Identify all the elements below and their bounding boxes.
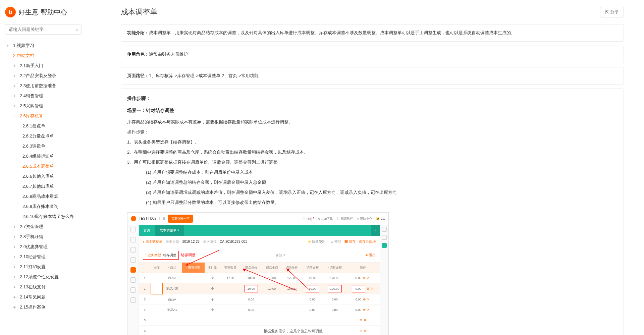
nav-2-6[interactable]: −2.6库存核算 — [5, 111, 82, 121]
nav-icon — [130, 297, 136, 303]
nav-2-6-10[interactable]: 2.6.10库存账本错了怎么办 — [5, 212, 82, 222]
sidebar: b 好生意 帮助中心 ⌕ +1.视频学习 −2.帮助文档 +2.1新手入门 +2… — [0, 0, 87, 335]
plus-icon: + — [12, 254, 17, 260]
nav-2-10[interactable]: +2.10经营管理 — [5, 252, 82, 262]
embedded-screenshot: TEST-H002 | ⊞ 我要体验一下 ☰ 消息● ⊕ App下载 ▷ 视频教… — [127, 212, 389, 335]
nav-icon — [130, 257, 136, 263]
nav-icon — [130, 247, 136, 253]
logo-icon: b — [5, 7, 16, 17]
plus-icon: + — [12, 83, 17, 89]
nav-2-7[interactable]: +2.7资金管理 — [5, 222, 82, 232]
plus-icon: + — [12, 73, 17, 78]
nav-2-6-9[interactable]: 2.6.9库存账本查询 — [5, 202, 82, 212]
search-icon[interactable]: ⌕ — [76, 27, 78, 32]
se-table: 仓库 * 商品 * 调整类型 主计量 调整数量 调后单价 调后金额 调前单价 调… — [139, 263, 380, 335]
nav-2-1[interactable]: +2.1新手入门 — [5, 61, 82, 71]
plus-icon: + — [5, 43, 10, 48]
nav-video[interactable]: +1.视频学习 — [5, 41, 82, 51]
table-row: 4商品A1 个 0.00 0.000.00 0.00 ⊕✕ — [139, 305, 380, 315]
nav-2-6-1[interactable]: 2.6.1盘点单 — [5, 121, 82, 131]
biztype-redbox: * 业务类型 结存调整 — [143, 251, 179, 260]
nav-2-9[interactable]: +2.9优惠券管理 — [5, 242, 82, 252]
nav-2-6-4[interactable]: 2.6.4组装拆卸单 — [5, 151, 82, 161]
plus-icon: + — [12, 244, 17, 249]
steps-box: 操作步骤： 场景一：针对结存调整 库存商品的结存成本与实际成本有差异，需要根据结… — [121, 89, 624, 335]
home-icon — [130, 227, 136, 232]
table-row-highlight: 2 商品A 黑个 10.00 10.00 100.00 10.00 100.00… — [139, 283, 380, 294]
nav-2-4[interactable]: +2.4销售管理 — [5, 91, 82, 101]
tool-icon — [382, 235, 387, 240]
tool-icon — [382, 227, 387, 232]
nav-2-13[interactable]: +2.13在线支付 — [5, 282, 82, 292]
nav-2-14[interactable]: +2.14常见问题 — [5, 292, 82, 302]
plus-icon: + — [12, 304, 17, 310]
search-box: ⌕ — [5, 24, 82, 35]
nav-2-6-2[interactable]: 2.6.2分量盘点单 — [5, 131, 82, 141]
plus-icon: + — [12, 234, 17, 239]
se-logo-icon — [131, 216, 136, 221]
nav-icon — [130, 277, 136, 283]
nav-icon — [130, 287, 136, 293]
plus-icon: + — [12, 264, 17, 270]
nav-2-6-8[interactable]: 2.6.8商品成本重算 — [5, 191, 82, 202]
nav-2-6-6[interactable]: 2.6.6其他入库单 — [5, 171, 82, 181]
share-button[interactable]: ⇱分享 — [600, 7, 624, 17]
nav-2-3[interactable]: +2.3使用前数据准备 — [5, 81, 82, 91]
plus-icon: + — [12, 224, 17, 229]
nav-2-11[interactable]: +2.11打印设置 — [5, 262, 82, 272]
intro-path-box: 页面路径：1、库存核算->库存管理->成本调整单 2、首页->常用功能 — [121, 67, 624, 85]
plus-icon: + — [12, 274, 17, 280]
main-content: 成本调整单 ⇱分享 功能介绍：成本调整单，用来实现对商品结存成本的调整，以及针对… — [87, 0, 644, 335]
share-icon: ⇱ — [605, 10, 609, 15]
nav-2-2[interactable]: +2.2产品安装及登录 — [5, 71, 82, 81]
nav-2-12[interactable]: +2.12系统个性化设置 — [5, 272, 82, 282]
plus-icon: + — [12, 294, 17, 300]
nav-icon — [130, 237, 136, 242]
intro-role-box: 使用角色：通常由财务人员维护 — [121, 46, 624, 63]
intro-func-box: 功能介绍：成本调整单，用来实现对商品结存成本的调整，以及针对具体的出入库单进行成… — [121, 24, 624, 42]
se-rightnav — [380, 225, 388, 335]
plus-icon: + — [12, 63, 17, 68]
page-title: 成本调整单 — [121, 7, 158, 17]
se-leftnav — [127, 225, 139, 335]
nav-icon-active — [130, 267, 136, 273]
nav-2-15[interactable]: +2.15操作案例 — [5, 302, 82, 312]
nav-2-6-7[interactable]: 2.6.7其他出库单 — [5, 181, 82, 191]
nav-2-6-3[interactable]: 2.6.3调拨单 — [5, 141, 82, 151]
se-tabs: 首页 成本调整单 × × — [139, 225, 380, 236]
minus-icon: − — [5, 53, 10, 58]
plus-icon: + — [12, 103, 17, 109]
table-row: 1商品A 个17.00 10.0010.00 170.0010.00 170.0… — [139, 273, 380, 283]
se-trial-btn: 我要体验一下 — [168, 215, 193, 223]
nav-2-8[interactable]: +2.8手机旺铺 — [5, 232, 82, 242]
logo-text: 好生意 帮助中心 — [18, 8, 67, 17]
tool-icon-active — [382, 243, 387, 248]
nav-docs[interactable]: −2.帮助文档 — [5, 51, 82, 61]
nav-2-6-5-current[interactable]: 2.6.5成本调整单 — [5, 161, 82, 171]
table-row: 3商品A 个 0.00 0.000.00 0.00 ⊕✕ — [139, 294, 380, 305]
logo: b 好生意 帮助中心 — [5, 7, 82, 17]
minus-icon: − — [12, 113, 17, 119]
search-input[interactable] — [5, 24, 82, 35]
plus-icon: + — [12, 284, 17, 290]
plus-icon: + — [12, 93, 17, 99]
se-topbar: TEST-H002 | ⊞ 我要体验一下 ☰ 消息● ⊕ App下载 ▷ 视频教… — [127, 213, 388, 225]
nav-2-5[interactable]: +2.5采购管理 — [5, 101, 82, 111]
